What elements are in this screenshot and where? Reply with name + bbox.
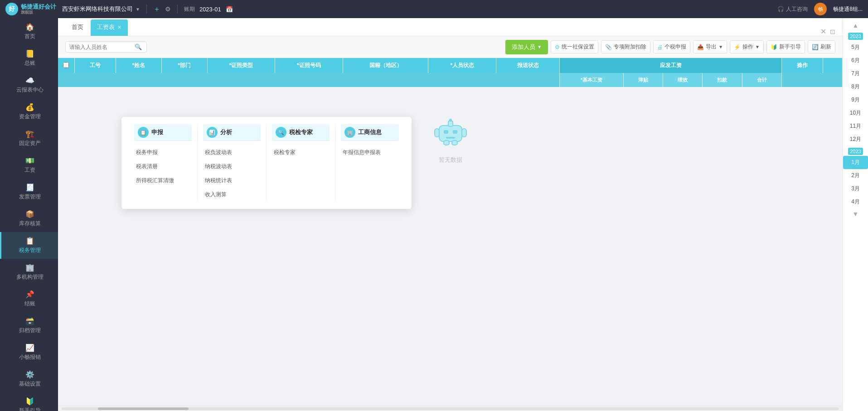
calendar-icon[interactable]: 📅: [226, 6, 233, 13]
month-item-7[interactable]: 7月: [843, 67, 868, 80]
month-item-8[interactable]: 8月: [843, 80, 868, 93]
month-nav-up-icon[interactable]: ▲: [851, 20, 861, 31]
sidebar-item-cloud[interactable]: ☁️ 云报表中心: [0, 72, 58, 98]
month-item-1[interactable]: 1月: [843, 156, 868, 169]
data-table: 工号 *姓名 *部门 *证照类型 *证照号码 国籍（地区） *人员状态 报送状态…: [58, 58, 843, 87]
sidebar-item-inventory[interactable]: 📦 库存核算: [0, 205, 58, 232]
scroll-thumb[interactable]: [98, 407, 189, 410]
menu-item-tax-declare[interactable]: 税务申报: [134, 145, 192, 160]
window-close-icon[interactable]: ✕: [820, 27, 826, 36]
close-period-icon: 📌: [25, 290, 34, 299]
add-company-button[interactable]: ＋: [153, 5, 160, 14]
menu-section-analysis: 📊 分析 税负波动表 纳税波动表 纳税统计表 收入测算: [198, 124, 267, 202]
refresh-button[interactable]: 🔄 刷新: [808, 40, 835, 53]
salary-icon: 💵: [25, 156, 34, 165]
user-avatar: 畅: [814, 3, 827, 15]
th-dept: *部门: [161, 58, 207, 73]
sidebar-item-archive[interactable]: 🗃️ 归档管理: [0, 312, 58, 339]
top-right-area: 🎧 人工咨询 畅 畅捷通8组...: [777, 3, 863, 15]
sidebar-item-close[interactable]: 📌 结账: [0, 285, 58, 312]
month-item-12[interactable]: 12月: [843, 133, 868, 146]
svg-rect-1: [444, 130, 448, 134]
operations-button[interactable]: ⚡ 操作 ▼: [730, 40, 764, 53]
month-item-11[interactable]: 11月: [843, 120, 868, 133]
menu-section-taxexpert-header: 🔍 税检专家: [272, 124, 330, 141]
sidebar-item-home[interactable]: 🏠 首页: [0, 18, 58, 45]
sidebar-item-assets[interactable]: 🏗️ 固定资产: [0, 125, 58, 152]
select-all-checkbox[interactable]: [63, 62, 69, 68]
special-deduction-button[interactable]: 📎 专项附加扣除: [601, 40, 650, 53]
menu-item-annual-report[interactable]: 年报信息申报表: [341, 145, 399, 160]
year-badge-2023-second: 2023: [848, 148, 863, 155]
sidebar-item-label: 基础设置: [19, 380, 41, 388]
user-name[interactable]: 畅捷通8组...: [833, 5, 863, 13]
guide-button[interactable]: 🔰 新手引导: [766, 40, 805, 53]
content-area: 首页 工资表 ✕ ✕ ⊡ 🔍 添加人员 ▼ ⚙: [58, 18, 843, 411]
add-person-button[interactable]: 添加人员 ▼: [505, 40, 548, 54]
sidebar-item-label: 多机构管理: [16, 273, 44, 281]
th-idtype: *证照类型: [207, 58, 275, 73]
social-security-button[interactable]: ⚙ 统一社保设置: [551, 40, 598, 53]
add-person-dropdown-icon: ▼: [537, 44, 542, 49]
menu-item-tax-register[interactable]: 税表清册: [134, 160, 192, 174]
sidebar-item-invoice[interactable]: 🧾 发票管理: [0, 179, 58, 205]
menu-section-taxexpert: 🔍 税检专家 税检专家: [267, 124, 335, 202]
month-item-9[interactable]: 9月: [843, 93, 868, 106]
search-input[interactable]: [69, 44, 133, 50]
tab-home[interactable]: 首页: [65, 19, 90, 36]
menu-section-taxexpert-title: 税检专家: [289, 128, 313, 136]
month-item-4[interactable]: 4月: [843, 195, 868, 208]
basic-icon: ⚙️: [25, 370, 34, 379]
company-selector[interactable]: 西安虾米网络科技有限公司 ▼: [62, 5, 140, 13]
month-item-6[interactable]: 6月: [843, 54, 868, 67]
th-checkbox[interactable]: [58, 58, 74, 73]
sidebar-item-label: 首页: [24, 33, 35, 40]
cloud-icon: ☁️: [25, 76, 34, 85]
bottom-scrollbar[interactable]: [58, 406, 843, 411]
month-nav-down-icon[interactable]: ▼: [851, 208, 861, 219]
sidebar-item-guide[interactable]: 🔰 新手引导: [0, 392, 58, 411]
personal-tax-button[interactable]: 🖨 个税申报: [653, 40, 690, 53]
sidebar-item-xiaochang[interactable]: 📈 小畅报销: [0, 339, 58, 366]
menu-item-taxexpert[interactable]: 税检专家: [272, 145, 330, 160]
tab-home-label: 首页: [72, 24, 83, 30]
month-item-3[interactable]: 3月: [843, 182, 868, 195]
sidebar-item-fund[interactable]: 💰 资金管理: [0, 98, 58, 125]
sidebar-item-label: 云报表中心: [16, 86, 44, 94]
settings-icon[interactable]: ⚙: [165, 5, 171, 13]
search-wrap: 🔍: [65, 41, 147, 53]
table-wrap: 工号 *姓名 *部门 *证照类型 *证照号码 国籍（地区） *人员状态 报送状态…: [58, 58, 843, 406]
home-icon: 🏠: [25, 23, 34, 31]
menu-item-taxpay-stats[interactable]: 纳税统计表: [203, 174, 261, 188]
assets-icon: 🏗️: [25, 130, 34, 138]
sidebar-item-label: 小畅报销: [19, 353, 41, 361]
th-deduction: 扣款: [703, 73, 742, 87]
sidebar-item-label: 总账: [24, 59, 35, 67]
month-item-2[interactable]: 2月: [843, 169, 868, 182]
menu-item-tax-burden[interactable]: 税负波动表: [203, 145, 261, 160]
month-item-10[interactable]: 10月: [843, 106, 868, 120]
menu-item-income-estimate[interactable]: 收入测算: [203, 188, 261, 202]
svg-point-5: [449, 119, 452, 121]
menu-section-declaration: 📋 申报 税务申报 税表清册 所得税汇算清缴: [129, 124, 198, 202]
tab-salary[interactable]: 工资表 ✕: [91, 19, 128, 36]
menu-item-taxpay-fluctuation[interactable]: 纳税波动表: [203, 160, 261, 174]
window-restore-icon[interactable]: ⊡: [830, 28, 835, 35]
sidebar-item-ledger[interactable]: 📒 总账: [0, 45, 58, 72]
sidebar-item-basic[interactable]: ⚙️ 基础设置: [0, 366, 58, 392]
menu-section-analysis-title: 分析: [220, 128, 232, 136]
tab-close-icon[interactable]: ✕: [117, 24, 121, 30]
headset-icon: 🎧: [777, 6, 784, 12]
service-button[interactable]: 🎧 人工咨询: [777, 5, 808, 13]
sidebar-item-salary[interactable]: 💵 工资: [0, 152, 58, 179]
social-security-icon: ⚙: [555, 44, 560, 50]
menu-item-income-tax-clearing[interactable]: 所得税汇算清缴: [134, 174, 192, 188]
export-button[interactable]: 📤 导出 ▼: [693, 40, 727, 53]
svg-rect-4: [448, 121, 453, 126]
svg-rect-0: [439, 126, 462, 141]
sidebar-item-label: 固定资产: [19, 140, 41, 147]
month-item-5[interactable]: 5月: [843, 41, 868, 54]
sidebar-item-multiorg[interactable]: 🏢 多机构管理: [0, 259, 58, 285]
sidebar-item-tax[interactable]: 📋 税务管理: [0, 232, 58, 259]
th-name: *姓名: [116, 58, 161, 73]
